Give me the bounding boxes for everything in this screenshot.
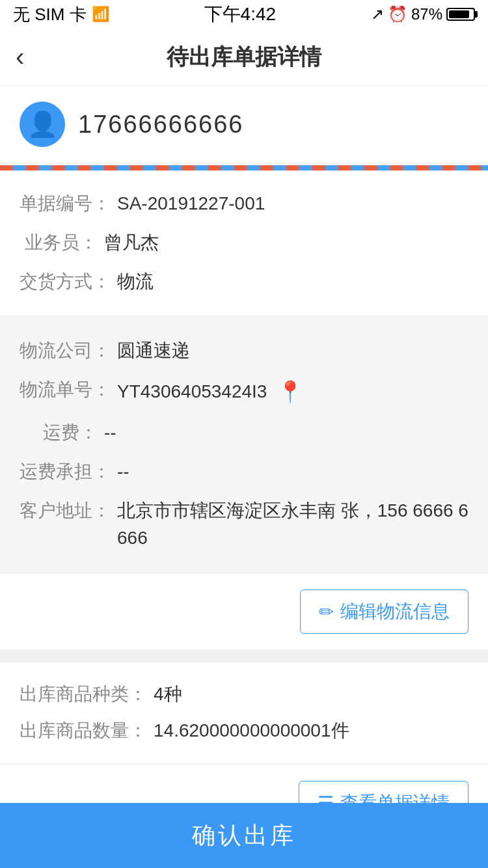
page-title: 待出库单据详情 <box>167 42 321 72</box>
address-row: 客户地址： 北京市市辖区海淀区永丰南 张，156 6666 6666 <box>20 497 468 552</box>
logistics-tracking-value: YT43064053424I3 📍 <box>117 376 468 407</box>
confirm-button[interactable]: 确认出库 <box>0 803 488 868</box>
freight-bear-value: -- <box>117 458 468 485</box>
delivery-row: 交货方式： 物流 <box>20 268 468 295</box>
logistics-tracking-label: 物流单号： <box>20 376 117 403</box>
customer-header: 👤 17666666666 <box>0 86 488 163</box>
sim-text: 无 SIM 卡 <box>13 3 87 26</box>
battery-fill <box>449 10 469 18</box>
alarm-icon: ⏰ <box>388 5 407 23</box>
product-quantity-row: 出库商品数量： 14.620000000000001件 <box>20 718 468 743</box>
order-no-value: SA-20191227-001 <box>117 190 468 217</box>
edit-icon: ✏ <box>319 601 334 623</box>
status-time: 下午4:42 <box>204 2 277 27</box>
order-info-section: 单据编号： SA-20191227-001 业务员： 曾凡杰 交货方式： 物流 <box>0 170 488 315</box>
freight-value: -- <box>104 419 468 446</box>
user-icon: 👤 <box>27 110 58 139</box>
logistics-company-value: 圆通速递 <box>117 337 468 364</box>
customer-phone: 17666666666 <box>78 111 243 139</box>
location-status-icon: ↗ <box>371 5 384 23</box>
status-right: ↗ ⏰ 87% <box>371 5 475 23</box>
confirm-button-label: 确认出库 <box>192 820 296 852</box>
order-no-row: 单据编号： SA-20191227-001 <box>20 190 468 217</box>
battery-percent: 87% <box>411 5 442 23</box>
product-quantity-value: 14.620000000000001件 <box>154 718 468 743</box>
product-type-row: 出库商品种类： 4种 <box>20 682 468 707</box>
wifi-icon: 📶 <box>92 6 109 23</box>
salesman-row: 业务员： 曾凡杰 <box>20 229 468 256</box>
edit-logistics-area: ✏ 编辑物流信息 <box>0 574 488 649</box>
dashed-divider <box>0 165 488 170</box>
salesman-label: 业务员： <box>20 229 104 256</box>
delivery-value: 物流 <box>117 268 468 295</box>
freight-bear-row: 运费承担： -- <box>20 458 468 485</box>
status-left: 无 SIM 卡 📶 <box>13 3 109 26</box>
logistics-card: 物流公司： 圆通速递 物流单号： YT43064053424I3 📍 运费： -… <box>0 318 488 571</box>
product-quantity-label: 出库商品数量： <box>20 718 154 743</box>
freight-label: 运费： <box>20 419 104 446</box>
product-type-value: 4种 <box>154 682 468 707</box>
freight-row: 运费： -- <box>20 419 468 446</box>
delivery-label: 交货方式： <box>20 268 117 295</box>
edit-logistics-label: 编辑物流信息 <box>340 599 450 624</box>
logistics-tracking-row: 物流单号： YT43064053424I3 📍 <box>20 376 468 407</box>
back-button[interactable]: ‹ <box>16 42 24 72</box>
product-section: 出库商品种类： 4种 出库商品数量： 14.620000000000001件 <box>0 662 488 763</box>
address-label: 客户地址： <box>20 497 117 524</box>
edit-logistics-button[interactable]: ✏ 编辑物流信息 <box>300 590 468 634</box>
avatar: 👤 <box>20 102 65 147</box>
map-pin-icon[interactable]: 📍 <box>277 376 303 407</box>
logistics-company-label: 物流公司： <box>20 337 117 364</box>
order-no-label: 单据编号： <box>20 190 117 217</box>
address-value: 北京市市辖区海淀区永丰南 张，156 6666 6666 <box>117 497 468 552</box>
product-type-label: 出库商品种类： <box>20 682 154 707</box>
gray-divider <box>0 652 488 662</box>
freight-bear-label: 运费承担： <box>20 458 117 485</box>
battery-indicator <box>446 8 475 21</box>
status-bar: 无 SIM 卡 📶 下午4:42 ↗ ⏰ 87% <box>0 0 488 29</box>
logistics-company-row: 物流公司： 圆通速递 <box>20 337 468 364</box>
salesman-value: 曾凡杰 <box>104 229 468 256</box>
nav-bar: ‹ 待出库单据详情 <box>0 29 488 86</box>
